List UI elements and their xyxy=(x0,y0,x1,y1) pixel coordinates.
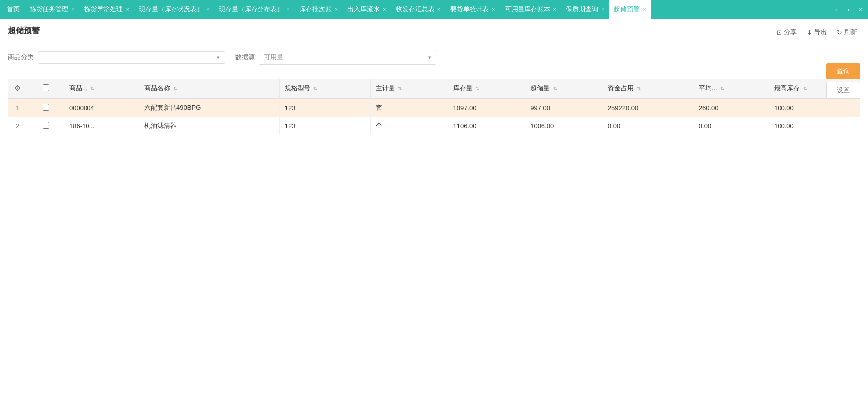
cell-avg-1: 0.00 xyxy=(694,117,769,135)
cell-code-0: 0000004 xyxy=(64,99,139,117)
col-header-avg[interactable]: 平均... ⇅ xyxy=(694,79,769,99)
table-checkbox-header xyxy=(28,79,64,99)
close-icon-available-account[interactable]: × xyxy=(553,6,556,12)
category-filter: 商品分类 ▾ xyxy=(8,51,225,64)
cell-code-1: 186-10... xyxy=(64,117,139,135)
table-row: 10000004六配套新昌490BPG123套1097.00997.002592… xyxy=(8,99,860,117)
close-icon-collect-summary[interactable]: × xyxy=(437,6,440,12)
close-icon-inventory-status[interactable]: × xyxy=(206,6,209,12)
table-body: 10000004六配套新昌490BPG123套1097.00997.002592… xyxy=(8,99,860,135)
sort-icon: ⇅ xyxy=(553,86,557,91)
table-row: 2186-10...机油滤清器123个1106.001006.000.000.0… xyxy=(8,117,860,135)
nav-tab-home[interactable]: 首页 xyxy=(2,0,25,19)
nav-tab-collect-summary[interactable]: 收发存汇总表× xyxy=(391,0,445,19)
datasource-label: 数据源 xyxy=(235,53,255,62)
page-content: 超储预警 商品分类 ▾ 数据源 可用量 ▾ ⚙商品... ⇅商品名称 ⇅规格型号… xyxy=(0,19,868,142)
close-icon-inventory-dist[interactable]: × xyxy=(286,6,289,12)
close-icon-flow[interactable]: × xyxy=(383,6,386,12)
cell-stock-0: 1097.00 xyxy=(448,99,525,117)
category-select[interactable]: ▾ xyxy=(38,51,225,64)
filter-bar: 商品分类 ▾ 数据源 可用量 ▾ xyxy=(8,44,860,71)
close-icon-batch-account[interactable]: × xyxy=(335,6,338,12)
share-button[interactable]: ⊡ 分享 xyxy=(774,26,800,39)
row-seq-0: 1 xyxy=(8,99,28,117)
nav-tab-abnormal[interactable]: 拣货异常处理× xyxy=(79,0,133,19)
close-icon-overstock-warning[interactable]: × xyxy=(643,6,646,12)
sort-icon: ⇅ xyxy=(174,86,177,91)
export-button[interactable]: ⬇ 导出 xyxy=(804,26,830,39)
row-checkbox-0[interactable] xyxy=(43,104,49,111)
refresh-button[interactable]: ↻ 刷新 xyxy=(834,26,860,39)
cell-spec-0: 123 xyxy=(279,99,370,117)
export-label: 导出 xyxy=(814,28,827,37)
cell-capital-1: 0.00 xyxy=(603,117,694,135)
close-icon-abnormal[interactable]: × xyxy=(126,6,129,12)
nav-close-arrow[interactable]: × xyxy=(854,0,866,19)
datasource-select[interactable]: 可用量 ▾ xyxy=(259,50,436,65)
row-checkbox-cell-0 xyxy=(28,99,64,117)
nav-tab-batch-account[interactable]: 库存批次账× xyxy=(295,0,343,19)
datasource-chevron-icon: ▾ xyxy=(428,54,431,61)
refresh-label: 刷新 xyxy=(844,28,857,37)
category-label: 商品分类 xyxy=(8,53,34,62)
col-header-name[interactable]: 商品名称 ⇅ xyxy=(139,79,280,99)
data-table: ⚙商品... ⇅商品名称 ⇅规格型号 ⇅主计量 ⇅库存量 ⇅超储量 ⇅资金占用 … xyxy=(8,79,860,135)
share-label: 分享 xyxy=(784,28,797,37)
nav-tab-inventory-dist[interactable]: 现存量（库存分布表）× xyxy=(214,0,294,19)
nav-tab-order-stats[interactable]: 要货单统计表× xyxy=(445,0,500,19)
datasource-filter: 数据源 可用量 ▾ xyxy=(235,50,436,65)
nav-tab-quality-check[interactable]: 保质期查询× xyxy=(561,0,609,19)
sort-icon: ⇅ xyxy=(313,86,317,91)
nav-tab-available-account[interactable]: 可用量库存账本× xyxy=(500,0,561,19)
table-gear-header: ⚙ xyxy=(8,79,28,99)
nav-tab-flow[interactable]: 出入库流水× xyxy=(343,0,391,19)
cell-overstock-1: 1006.00 xyxy=(525,117,603,135)
settings-button[interactable]: 设置 xyxy=(826,82,860,99)
cell-unit-1: 个 xyxy=(370,117,448,135)
query-button[interactable]: 查询 xyxy=(826,63,860,79)
select-all-checkbox[interactable] xyxy=(43,84,49,91)
sort-icon: ⇅ xyxy=(720,86,724,91)
gear-button[interactable]: ⚙ xyxy=(13,83,22,94)
close-icon-order-stats[interactable]: × xyxy=(492,6,495,12)
col-header-capital[interactable]: 资金占用 ⇅ xyxy=(603,79,694,99)
cell-avg-0: 260.00 xyxy=(694,99,769,117)
cell-max_stock-1: 100.00 xyxy=(769,117,860,135)
datasource-select-value: 可用量 xyxy=(264,53,283,62)
nav-next-arrow[interactable]: › xyxy=(842,0,854,19)
table-head: ⚙商品... ⇅商品名称 ⇅规格型号 ⇅主计量 ⇅库存量 ⇅超储量 ⇅资金占用 … xyxy=(8,79,860,99)
col-header-code[interactable]: 商品... ⇅ xyxy=(64,79,139,99)
cell-capital-0: 259220.00 xyxy=(603,99,694,117)
top-nav: 首页拣货任务管理×拣货异常处理×现存量（库存状况表）×现存量（库存分布表）×库存… xyxy=(0,0,868,19)
sort-icon: ⇅ xyxy=(398,86,402,91)
sort-icon: ⇅ xyxy=(803,86,807,91)
toolbar-right: ⊡ 分享 ⬇ 导出 ↻ 刷新 xyxy=(774,26,860,39)
nav-tab-inventory-status[interactable]: 现存量（库存状况表）× xyxy=(134,0,214,19)
sort-icon: ⇅ xyxy=(476,86,479,91)
export-icon: ⬇ xyxy=(807,29,812,36)
cell-unit-0: 套 xyxy=(370,99,448,117)
refresh-icon: ↻ xyxy=(837,29,842,36)
cell-spec-1: 123 xyxy=(279,117,370,135)
row-seq-1: 2 xyxy=(8,117,28,135)
col-header-unit[interactable]: 主计量 ⇅ xyxy=(370,79,448,99)
close-icon-task-mgmt[interactable]: × xyxy=(71,6,74,12)
page-title: 超储预警 xyxy=(8,26,860,36)
share-icon: ⊡ xyxy=(777,29,782,36)
col-header-spec[interactable]: 规格型号 ⇅ xyxy=(279,79,370,99)
row-checkbox-cell-1 xyxy=(28,117,64,135)
row-checkbox-1[interactable] xyxy=(43,122,49,129)
sort-icon: ⇅ xyxy=(637,86,641,91)
nav-tab-task-mgmt[interactable]: 拣货任务管理× xyxy=(25,0,79,19)
action-buttons: 查询 设置 xyxy=(826,63,860,99)
cell-max_stock-0: 100.00 xyxy=(769,99,860,117)
cell-stock-1: 1106.00 xyxy=(448,117,525,135)
close-icon-quality-check[interactable]: × xyxy=(601,6,604,12)
nav-tab-overstock-warning[interactable]: 超储预警× xyxy=(609,0,651,19)
category-chevron-icon: ▾ xyxy=(217,54,220,61)
nav-prev-arrow[interactable]: ‹ xyxy=(830,0,842,19)
cell-name-0: 六配套新昌490BPG xyxy=(139,99,280,117)
cell-overstock-0: 997.00 xyxy=(525,99,603,117)
col-header-stock[interactable]: 库存量 ⇅ xyxy=(448,79,525,99)
col-header-overstock[interactable]: 超储量 ⇅ xyxy=(525,79,603,99)
